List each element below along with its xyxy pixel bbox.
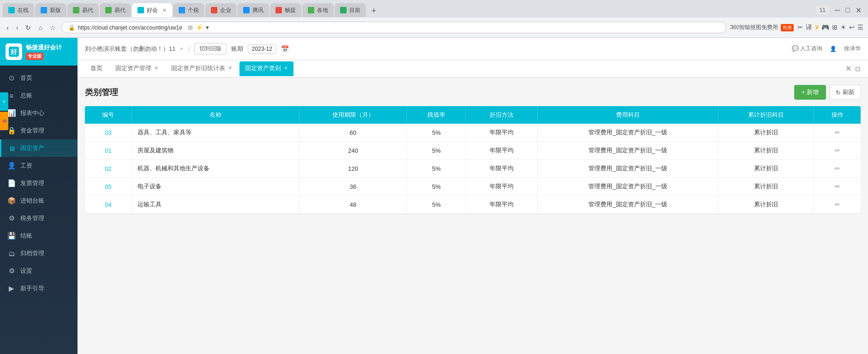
tab-area-close-btn[interactable]: ✕ (845, 64, 851, 73)
header-left: 刘小艳演示账套（勿删勿动！）11 ▾ | 切到旧版 账期 2023-12 📅 (85, 43, 289, 54)
cell-residual-2: 5% (407, 160, 466, 178)
sidebar-item-ledger[interactable]: ≡ 总账 (0, 87, 78, 104)
browser-tab-6[interactable]: 个税 (173, 3, 204, 17)
browser-tab-4[interactable]: 易代 (100, 3, 131, 17)
cell-method-2: 年限平均 (466, 160, 538, 178)
header-divider-2: | (188, 45, 189, 52)
tab-favicon-10 (308, 7, 314, 13)
sidebar-label-fixed: 固定资产 (20, 144, 44, 152)
sidebar-label-ledger: 总账 (20, 91, 32, 100)
side-icon-1[interactable]: V (0, 92, 8, 111)
edit-btn-0[interactable]: ✏ (835, 129, 840, 136)
cell-code-2: 02 (85, 160, 132, 178)
sidebar: 好 畅捷通好会计 专业版 ⊙ 首页 ≡ 总账 📊 报表中心 🔒 (0, 38, 78, 354)
edit-btn-4[interactable]: ✏ (835, 201, 840, 208)
new-tab-btn[interactable]: ＋ (370, 5, 378, 16)
tab-area-expand-btn[interactable]: ⊡ (855, 65, 861, 72)
wage-icon: 👤 (7, 162, 16, 170)
fund-icon: 🔒 (7, 126, 16, 135)
url-input[interactable]: 🔒 https://cloud.chanjet.com/accounting/u… (61, 22, 726, 33)
tab-label-3: 易代 (82, 6, 93, 14)
brightness-icon[interactable]: ☀ (840, 24, 846, 32)
cell-action-0[interactable]: ✏ (814, 124, 861, 142)
page-tab-category-close[interactable]: ✕ (284, 65, 288, 71)
refresh-icon: ↻ (836, 89, 841, 96)
site-info-icon[interactable]: ⊞ (188, 24, 193, 31)
sidebar-item-report[interactable]: 📊 报表中心 (0, 104, 78, 122)
cell-period-4: 48 (299, 196, 407, 214)
page-header: 类别管理 + 新增 ↻ 刷新 (85, 85, 861, 100)
edit-btn-2[interactable]: ✏ (835, 165, 840, 172)
game-icon[interactable]: 🎮 (821, 24, 829, 32)
browser-tab-8[interactable]: 腾讯 (238, 3, 269, 17)
window-maximize-btn[interactable]: □ (845, 6, 850, 14)
url-dropdown-icon[interactable]: ▾ (206, 24, 209, 31)
menu-icon[interactable]: ☰ (857, 24, 863, 32)
logo-line1: 畅捷通好会计 (26, 43, 62, 52)
page-tab-category-label: 固定资产类别 (245, 64, 281, 72)
cell-accumulated-4: 累计折旧 (718, 196, 814, 214)
grid-icon[interactable]: ⊞ (832, 24, 838, 32)
refresh-label: 刷新 (843, 88, 855, 96)
translate-icon[interactable]: 译 (806, 24, 812, 32)
sidebar-item-settings[interactable]: ⚙ 设置 (0, 262, 78, 280)
browser-tab-7[interactable]: 企业 (205, 3, 237, 17)
cell-method-4: 年限平均 (466, 196, 538, 214)
sidebar-item-checkout[interactable]: 💾 结账 (0, 227, 78, 245)
home-btn[interactable]: ⌂ (36, 22, 44, 33)
edit-btn-1[interactable]: ✏ (835, 147, 840, 154)
browser-tab-9[interactable]: 畅提 (270, 3, 301, 17)
sidebar-item-fund[interactable]: 🔒 资金管理 (0, 122, 78, 139)
forward-btn[interactable]: › (14, 22, 20, 33)
category-table: 编号 名称 使用期限（月） 残值率 折旧方法 费用科目 累计折旧科目 操作 03… (85, 106, 861, 213)
sidebar-item-home[interactable]: ⊙ 首页 (0, 69, 78, 87)
cell-expense-4: 管理费用_固定资产折旧_一级 (537, 196, 718, 214)
add-button[interactable]: + 新增 (794, 85, 826, 100)
undo-icon[interactable]: ↩ (849, 24, 855, 32)
browser-tab-2[interactable]: 新版 (35, 3, 66, 17)
sidebar-item-purchase[interactable]: 📦 进销台账 (0, 192, 78, 210)
sidebar-item-archive[interactable]: 🗂 归档管理 (0, 245, 78, 262)
refresh-button[interactable]: ↻ 刷新 (830, 85, 861, 100)
scissors-icon[interactable]: ✂ (797, 24, 803, 32)
bookmark-btn[interactable]: ☆ (48, 22, 58, 33)
window-close-btn[interactable]: ✕ (856, 6, 862, 15)
tab-favicon-7 (211, 7, 217, 13)
edit-btn-3[interactable]: ✏ (835, 183, 840, 190)
page-tab-home[interactable]: 首页 (85, 61, 108, 76)
browser-tab-11[interactable]: 目前 (335, 3, 366, 17)
side-icon-2[interactable]: 📣 (0, 112, 8, 130)
page-tab-depreciation-close[interactable]: ✕ (228, 65, 232, 71)
consult-btn[interactable]: 💬 人工咨询 (792, 45, 822, 53)
sidebar-item-wage[interactable]: 👤 工资 (0, 157, 78, 174)
sidebar-nav: ⊙ 首页 ≡ 总账 📊 报表中心 🔒 资金管理 🖥 固定资产 👤 工资 (0, 66, 78, 354)
sidebar-item-fixed[interactable]: 🖥 固定资产 (0, 139, 78, 157)
table-row: 01 房屋及建筑物 240 5% 年限平均 管理费用_固定资产折旧_一级 累计折… (85, 142, 861, 160)
page-tab-fixed-mgr[interactable]: 固定资产管理 ✕ (110, 61, 164, 76)
tab-label-10: 各地 (317, 6, 328, 14)
page-tab-fixed-mgr-close[interactable]: ✕ (154, 65, 158, 71)
wallet-icon[interactable]: ¥ (815, 24, 819, 32)
tab-close-5[interactable]: ✕ (162, 7, 167, 13)
browser-tab-3[interactable]: 易代 (67, 3, 99, 17)
sidebar-item-tax[interactable]: ⚙ 税务管理 (0, 210, 78, 227)
boost-icon[interactable]: ⚡ (196, 24, 203, 31)
reload-btn[interactable]: ↻ (24, 22, 33, 33)
switch-to-old-btn[interactable]: 切到旧版 (194, 43, 227, 54)
sidebar-item-invoice[interactable]: 📄 发票管理 (0, 174, 78, 192)
page-tab-depreciation[interactable]: 固定资产折旧统计表 ✕ (166, 61, 238, 76)
browser-tab-1[interactable]: 在线 (3, 3, 34, 17)
sidebar-item-guide[interactable]: ▶ 新手引导 (0, 280, 78, 297)
calendar-icon[interactable]: 📅 (281, 45, 289, 53)
browser-tab-10[interactable]: 各地 (302, 3, 334, 17)
hot-badge: 热搜 (781, 24, 794, 31)
cell-action-1[interactable]: ✏ (814, 142, 861, 160)
cell-action-3[interactable]: ✏ (814, 178, 861, 196)
page-tab-category[interactable]: 固定资产类别 ✕ (239, 61, 293, 76)
tab-favicon-3 (73, 7, 79, 13)
window-minimize-btn[interactable]: ─ (835, 6, 840, 14)
cell-action-4[interactable]: ✏ (814, 196, 861, 214)
cell-action-2[interactable]: ✏ (814, 160, 861, 178)
browser-tab-5[interactable]: 好会 ✕ (132, 3, 172, 17)
back-btn[interactable]: ‹ (5, 22, 11, 33)
